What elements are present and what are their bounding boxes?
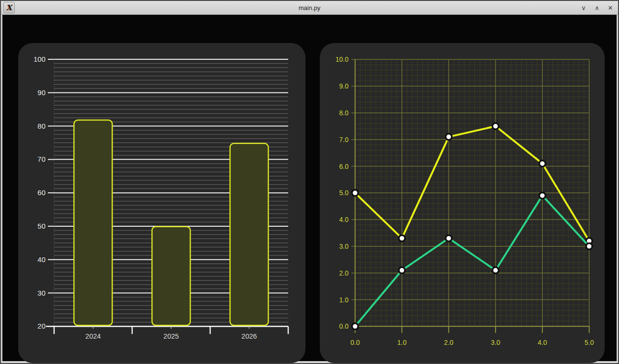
window-title: main.py — [1, 4, 618, 11]
green-series-marker — [352, 323, 358, 330]
svg-text:2024: 2024 — [85, 332, 101, 340]
svg-text:8.0: 8.0 — [339, 109, 349, 117]
green-series — [355, 196, 589, 326]
bar-2025 — [152, 227, 191, 326]
svg-text:1.0: 1.0 — [339, 296, 349, 304]
svg-text:4.0: 4.0 — [339, 216, 349, 223]
svg-text:70: 70 — [37, 155, 45, 163]
svg-text:2.0: 2.0 — [444, 339, 454, 346]
content-area: 2030405060708090100202420252026 0.01.02.… — [1, 15, 618, 363]
line-chart: 0.01.02.03.04.05.06.07.08.09.010.00.01.0… — [320, 43, 605, 363]
svg-text:3.0: 3.0 — [339, 243, 349, 250]
yellow-series-marker — [446, 134, 452, 140]
app-x11-icon[interactable]: X — [3, 2, 15, 13]
svg-text:9.0: 9.0 — [339, 82, 349, 90]
green-series-marker — [539, 192, 545, 199]
bar-2026 — [230, 143, 269, 325]
svg-text:2025: 2025 — [163, 332, 179, 340]
maximize-icon[interactable]: ∧ — [593, 4, 601, 11]
green-series-marker — [493, 267, 499, 274]
window-controls: ∨ ∧ ✕ — [580, 1, 614, 14]
yellow-series-marker — [493, 123, 499, 129]
green-series-marker — [399, 267, 405, 274]
svg-text:7.0: 7.0 — [339, 136, 349, 143]
svg-text:3.0: 3.0 — [491, 339, 500, 346]
svg-text:1.0: 1.0 — [397, 339, 407, 346]
close-icon[interactable]: ✕ — [607, 4, 614, 11]
svg-text:90: 90 — [37, 88, 45, 97]
yellow-series — [355, 126, 589, 241]
bar-chart-panel: 2030405060708090100202420252026 — [18, 43, 305, 363]
titlebar[interactable]: X main.py ∨ ∧ ✕ — [1, 1, 618, 15]
svg-text:6.0: 6.0 — [339, 163, 349, 170]
yellow-series-marker — [399, 235, 405, 242]
minimize-icon[interactable]: ∨ — [580, 4, 587, 11]
svg-text:30: 30 — [37, 289, 45, 297]
svg-text:20: 20 — [37, 322, 45, 330]
bar-chart: 2030405060708090100202420252026 — [18, 43, 305, 363]
green-series-marker — [446, 235, 452, 242]
yellow-series-marker — [539, 160, 545, 166]
line-chart-panel: 0.01.02.03.04.05.06.07.08.09.010.00.01.0… — [320, 43, 605, 363]
svg-text:100: 100 — [34, 55, 45, 63]
svg-text:0.0: 0.0 — [350, 339, 360, 346]
svg-text:40: 40 — [37, 255, 45, 264]
svg-text:10.0: 10.0 — [336, 55, 349, 63]
yellow-series-marker — [352, 190, 358, 196]
svg-text:4.0: 4.0 — [538, 339, 547, 346]
svg-text:5.0: 5.0 — [339, 189, 349, 197]
svg-text:80: 80 — [37, 122, 45, 130]
svg-text:2.0: 2.0 — [339, 269, 349, 277]
app-window: X main.py ∨ ∧ ✕ 203040506070809010020242… — [0, 0, 619, 364]
svg-text:0.0: 0.0 — [339, 322, 349, 330]
svg-text:2026: 2026 — [241, 332, 257, 340]
svg-text:60: 60 — [37, 188, 45, 197]
svg-text:5.0: 5.0 — [585, 339, 594, 346]
bar-2024 — [74, 120, 113, 325]
green-series-marker — [586, 243, 592, 249]
svg-text:50: 50 — [37, 222, 45, 230]
